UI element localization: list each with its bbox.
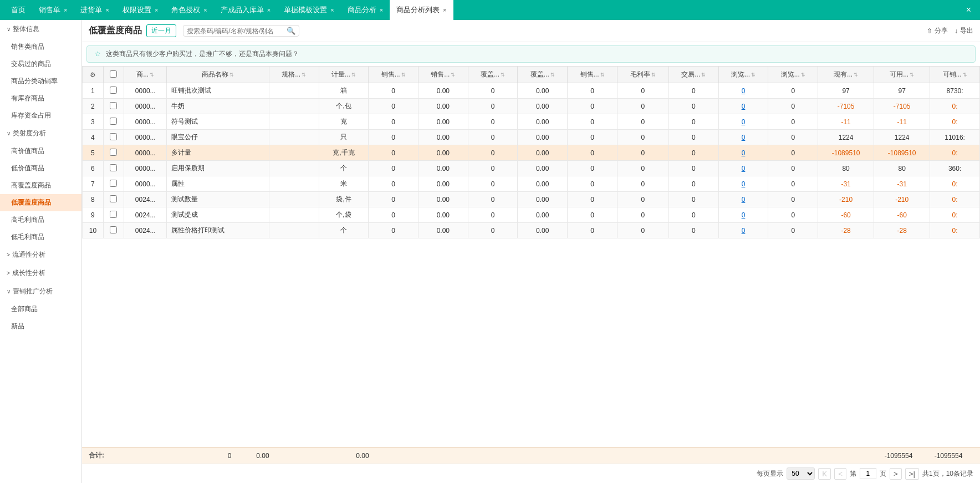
row-checkbox[interactable]: [103, 114, 124, 130]
last-page-button[interactable]: >|: [905, 468, 919, 480]
nav-tab-products[interactable]: 产成品入库单 ×: [214, 0, 277, 20]
row-cover2: 0.00: [518, 223, 568, 238]
row-browse1[interactable]: 0: [718, 207, 768, 223]
row-checkbox[interactable]: [103, 145, 124, 161]
row-browse1[interactable]: 0: [718, 145, 768, 161]
row-browse1[interactable]: 0: [718, 192, 768, 207]
row-checkbox[interactable]: [103, 161, 124, 176]
per-page-select[interactable]: 50 20 100: [787, 467, 815, 480]
nav-tab-roles[interactable]: 角色授权 ×: [165, 0, 213, 20]
col-cover1[interactable]: 覆盖... ⇅: [468, 67, 518, 83]
col-unit[interactable]: 计量... ⇅: [319, 67, 369, 83]
select-all-checkbox[interactable]: [110, 70, 117, 78]
next-page-button[interactable]: >: [890, 468, 902, 480]
sidebar-item-stock-goods[interactable]: 有库存商品: [0, 90, 81, 107]
col-checkbox[interactable]: [103, 67, 124, 83]
search-input[interactable]: [187, 27, 287, 35]
sidebar-item-category-rate[interactable]: 商品分类动销率: [0, 73, 81, 90]
col-settings[interactable]: ⚙: [83, 67, 104, 83]
close-all-tabs-button[interactable]: ×: [962, 5, 976, 15]
row-browse1[interactable]: 0: [718, 161, 768, 176]
nav-tab-permissions[interactable]: 权限设置 ×: [116, 0, 165, 20]
row-gross: 0: [617, 99, 668, 114]
row-available: -31: [874, 176, 930, 192]
close-icon[interactable]: ×: [155, 7, 158, 13]
current-page-input[interactable]: [860, 468, 876, 479]
row-gross: 0: [617, 192, 668, 207]
close-icon[interactable]: ×: [64, 7, 67, 13]
export-button[interactable]: ↓ 导出: [955, 26, 973, 35]
col-saleable[interactable]: 可销... ⇅: [930, 67, 980, 83]
col-sales-qty[interactable]: 销售... ⇅: [369, 67, 418, 83]
sidebar-item-high-value[interactable]: 高价值商品: [0, 143, 81, 160]
col-name[interactable]: 商品名称 ⇅: [167, 67, 269, 83]
close-icon[interactable]: ×: [105, 7, 109, 13]
sidebar-item-low-value[interactable]: 低价值商品: [0, 160, 81, 177]
nav-tab-sales[interactable]: 销售单 ×: [32, 0, 74, 20]
sort-icon: ⇅: [351, 72, 356, 78]
settings-icon[interactable]: ⚙: [90, 71, 96, 79]
col-trade[interactable]: 交易... ⇅: [668, 67, 718, 83]
sidebar-item-new-goods[interactable]: 新品: [0, 318, 81, 335]
sidebar-item-all-goods[interactable]: 全部商品: [0, 301, 81, 318]
sidebar-section-overall[interactable]: ∨ 整体信息: [0, 20, 81, 38]
row-checkbox[interactable]: [103, 223, 124, 238]
sidebar-item-low-coverage[interactable]: 低覆盖度商品: [0, 194, 81, 211]
row-sales-qty: 0: [369, 223, 418, 238]
nav-tab-analysis-list[interactable]: 商品分析列表 ×: [390, 0, 453, 20]
close-icon[interactable]: ×: [380, 7, 383, 13]
row-name: 测试提成: [167, 207, 269, 223]
sidebar-item-sales-goods[interactable]: 销售类商品: [0, 38, 81, 55]
row-checkbox[interactable]: [103, 83, 124, 99]
nav-tab-templates[interactable]: 单据模板设置 ×: [277, 0, 340, 20]
close-icon[interactable]: ×: [330, 7, 334, 13]
row-browse1[interactable]: 0: [718, 176, 768, 192]
row-checkbox[interactable]: [103, 207, 124, 223]
close-icon[interactable]: ×: [203, 7, 207, 13]
row-available: -28: [874, 223, 930, 238]
share-button[interactable]: ⇧ 分享: [927, 26, 948, 35]
row-current: -11: [818, 114, 874, 130]
sidebar-item-low-margin[interactable]: 低毛利商品: [0, 228, 81, 246]
nav-tab-analysis[interactable]: 商品分析 ×: [341, 0, 390, 20]
col-browse1[interactable]: 浏览... ⇅: [718, 67, 768, 83]
row-checkbox[interactable]: [103, 192, 124, 207]
col-code[interactable]: 商... ⇅: [124, 67, 167, 83]
main-layout: ∨ 整体信息 销售类商品 交易过的商品 商品分类动销率 有库存商品 库存资金占用…: [0, 20, 980, 483]
row-browse1[interactable]: 0: [718, 114, 768, 130]
col-spec[interactable]: 规格... ⇅: [269, 67, 319, 83]
sidebar-section-coverage[interactable]: ∨ 类射度分析: [0, 124, 81, 143]
row-browse1[interactable]: 0: [718, 130, 768, 145]
search-icon: 🔍: [287, 27, 295, 35]
col-current[interactable]: 现有... ⇅: [818, 67, 874, 83]
col-cover2[interactable]: 覆盖... ⇅: [518, 67, 568, 83]
time-filter-button[interactable]: 近一月: [146, 24, 176, 37]
col-gross[interactable]: 毛利率 ⇅: [617, 67, 668, 83]
row-trade: 0: [668, 99, 718, 114]
prev-page-button[interactable]: <: [834, 468, 846, 480]
col-browse2[interactable]: 浏览... ⇅: [768, 67, 818, 83]
sidebar-item-stock-capital[interactable]: 库存资金占用: [0, 107, 81, 124]
col-sales-amt[interactable]: 销售... ⇅: [418, 67, 468, 83]
chevron-down-icon: ∨: [7, 130, 11, 136]
sidebar-section-liquidity[interactable]: > 流通性分析: [0, 246, 81, 264]
row-browse1[interactable]: 0: [718, 223, 768, 238]
close-icon[interactable]: ×: [443, 7, 446, 13]
col-available[interactable]: 可用... ⇅: [874, 67, 930, 83]
row-checkbox[interactable]: [103, 99, 124, 114]
sidebar-section-marketing[interactable]: ∨ 营销推广分析: [0, 282, 81, 301]
sidebar-item-high-margin[interactable]: 高毛利商品: [0, 211, 81, 228]
nav-tab-home[interactable]: 首页: [4, 0, 32, 20]
sidebar-item-high-coverage[interactable]: 高覆盖度商品: [0, 177, 81, 194]
sidebar-item-traded-goods[interactable]: 交易过的商品: [0, 55, 81, 73]
first-page-button[interactable]: K: [818, 468, 831, 480]
close-icon[interactable]: ×: [267, 7, 270, 13]
row-checkbox[interactable]: [103, 130, 124, 145]
row-browse1[interactable]: 0: [718, 99, 768, 114]
row-checkbox[interactable]: [103, 176, 124, 192]
col-sales3[interactable]: 销售... ⇅: [568, 67, 617, 83]
sidebar-section-growth[interactable]: > 成长性分析: [0, 264, 81, 282]
nav-tab-purchase[interactable]: 进货单 ×: [74, 0, 115, 20]
row-browse1[interactable]: 0: [718, 83, 768, 99]
row-browse2: 0: [768, 130, 818, 145]
